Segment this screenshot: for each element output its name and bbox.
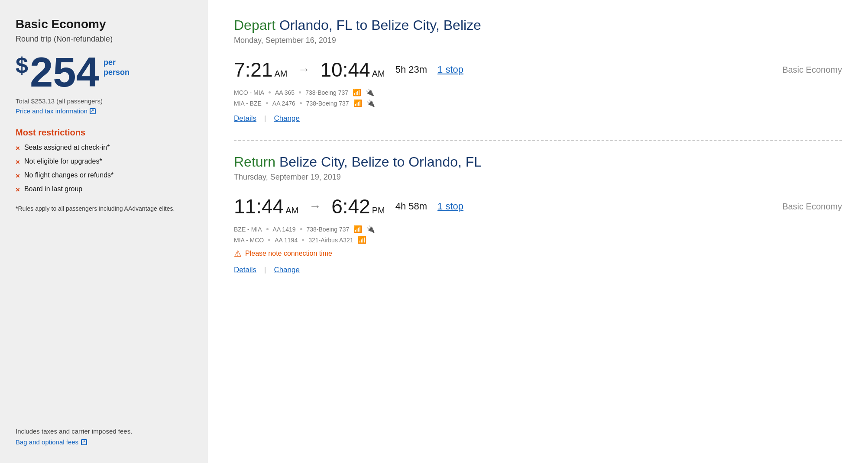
- return-arrive-time-period: PM: [372, 206, 385, 215]
- return-change-link[interactable]: Change: [274, 266, 300, 274]
- depart-seg1-flight: AA 365: [275, 89, 295, 96]
- restriction-item-3: × No flight changes or refunds*: [16, 171, 192, 181]
- depart-section: Depart Orlando, FL to Belize City, Beliz…: [234, 17, 842, 123]
- arrive-time-value: 10:44: [321, 58, 370, 81]
- price-dollar-sign: $: [16, 54, 28, 77]
- return-header: Return Belize City, Belize to Orlando, F…: [234, 154, 842, 170]
- return-fare-class: Basic Economy: [782, 202, 842, 212]
- depart-stops-link[interactable]: 1 stop: [437, 64, 463, 75]
- depart-seg1-power-icon: 🔌: [366, 88, 374, 96]
- right-panel: Depart Orlando, FL to Belize City, Beliz…: [208, 0, 868, 463]
- includes-text: Includes taxes and carrier imposed fees.: [16, 428, 192, 435]
- restriction-text-3: No flight changes or refunds*: [24, 171, 113, 179]
- arrive-time-period: AM: [372, 69, 385, 79]
- return-seg1-power-icon: 🔌: [366, 225, 375, 233]
- restriction-x-4: ×: [16, 185, 20, 195]
- depart-duration: 5h 23m: [395, 64, 427, 75]
- return-section: Return Belize City, Belize to Orlando, F…: [234, 154, 842, 274]
- flight-divider: [234, 140, 842, 141]
- depart-seg2-aircraft: 738-Boeing 737: [306, 100, 349, 107]
- depart-seg2-dot1: [266, 102, 268, 104]
- restriction-x-3: ×: [16, 171, 20, 181]
- return-times-row: 11:44 AM → 6:42 PM 4h 58m 1 stop Basic E…: [234, 195, 842, 218]
- restriction-x-2: ×: [16, 158, 20, 167]
- return-arrow: →: [309, 199, 321, 213]
- return-depart-time-value: 11:44: [234, 195, 284, 218]
- depart-seg1-aircraft: 738-Boeing 737: [305, 89, 348, 96]
- depart-fare-class: Basic Economy: [782, 65, 842, 75]
- return-seg1-dot2: [300, 228, 302, 230]
- return-segment-1: BZE - MIA AA 1419 738-Boeing 737 📶 🔌: [234, 225, 842, 233]
- return-seg1-dot1: [266, 228, 269, 230]
- return-action-separator: |: [264, 266, 266, 274]
- depart-time-period: AM: [275, 69, 288, 79]
- return-depart-time-block: 11:44 AM: [234, 195, 298, 218]
- return-seg1-route: BZE - MIA: [234, 226, 262, 233]
- depart-seg2-power-icon: 🔌: [366, 99, 375, 107]
- restriction-item-1: × Seats assigned at check-in*: [16, 144, 192, 153]
- price-total: Total $253.13 (all passengers): [16, 97, 192, 105]
- trip-type: Round trip (Non-refundable): [16, 35, 192, 44]
- return-segment-2: MIA - MCO AA 1194 321-Airbus A321 📶: [234, 236, 842, 244]
- return-seg2-aircraft: 321-Airbus A321: [308, 237, 353, 244]
- depart-details-link[interactable]: Details: [234, 114, 256, 123]
- depart-time-value: 7:21: [234, 58, 273, 81]
- return-seg1-aircraft: 738-Boeing 737: [307, 226, 350, 233]
- return-arrive-time-value: 6:42: [331, 195, 370, 218]
- depart-route: Orlando, FL to Belize City, Belize: [279, 17, 481, 33]
- restriction-text-1: Seats assigned at check-in*: [24, 144, 110, 151]
- price-tax-link[interactable]: Price and tax information: [16, 107, 192, 115]
- return-seg2-wifi-icon: 📶: [358, 236, 366, 244]
- depart-seg2-dot2: [300, 102, 302, 104]
- return-action-row: Details | Change: [234, 266, 842, 274]
- bag-fees-external-icon: [81, 439, 87, 445]
- depart-label: Depart: [234, 17, 275, 33]
- warning-text: Please note connection time: [245, 250, 332, 257]
- depart-seg1-route: MCO - MIA: [234, 89, 264, 96]
- bag-fees-link[interactable]: Bag and optional fees: [16, 438, 192, 446]
- return-details-link[interactable]: Details: [234, 266, 256, 274]
- return-seg2-route: MIA - MCO: [234, 237, 264, 244]
- restriction-text-4: Board in last group: [24, 185, 82, 193]
- price-row: $ 254 per person: [16, 51, 192, 93]
- return-duration: 4h 58m: [395, 201, 427, 212]
- warning-icon: ⚠: [234, 248, 242, 259]
- price-per-person: per person: [104, 58, 130, 78]
- restrictions-title: Most restrictions: [16, 128, 192, 138]
- restriction-x-1: ×: [16, 144, 20, 153]
- depart-header: Depart Orlando, FL to Belize City, Beliz…: [234, 17, 842, 33]
- depart-segment-1: MCO - MIA AA 365 738-Boeing 737 📶 🔌: [234, 88, 842, 96]
- return-depart-time-period: AM: [285, 206, 298, 215]
- arrive-time-block: 10:44 AM: [321, 58, 385, 81]
- depart-seg1-dot1: [269, 91, 271, 93]
- depart-times-row: 7:21 AM → 10:44 AM 5h 23m 1 stop Basic E…: [234, 58, 842, 81]
- depart-change-link[interactable]: Change: [274, 114, 300, 123]
- return-seg2-dot2: [302, 239, 304, 241]
- return-warning-row: ⚠ Please note connection time: [234, 248, 842, 259]
- depart-seg2-route: MIA - BZE: [234, 100, 262, 107]
- depart-arrow: →: [298, 63, 310, 77]
- return-label: Return: [234, 154, 275, 170]
- return-seg1-flight: AA 1419: [273, 226, 296, 233]
- depart-seg2-wifi-icon: 📶: [353, 99, 362, 107]
- price-amount: 254: [30, 51, 99, 93]
- restriction-item-2: × Not eligible for upgrades*: [16, 158, 192, 167]
- depart-seg1-wifi-icon: 📶: [353, 88, 361, 96]
- return-seg1-wifi-icon: 📶: [353, 225, 362, 233]
- return-arrive-time-block: 6:42 PM: [331, 195, 385, 218]
- return-seg2-flight: AA 1194: [275, 237, 298, 244]
- restriction-note: *Rules apply to all passengers including…: [16, 204, 192, 213]
- depart-seg1-dot2: [299, 91, 301, 93]
- depart-action-row: Details | Change: [234, 114, 842, 123]
- return-seg2-dot1: [268, 239, 270, 241]
- left-panel: Basic Economy Round trip (Non-refundable…: [0, 0, 208, 463]
- depart-segment-2: MIA - BZE AA 2476 738-Boeing 737 📶 🔌: [234, 99, 842, 107]
- return-stops-link[interactable]: 1 stop: [437, 201, 463, 212]
- restriction-item-4: × Board in last group: [16, 185, 192, 195]
- return-date: Thursday, September 19, 2019: [234, 173, 842, 182]
- fare-type: Basic Economy: [16, 17, 192, 31]
- depart-time-block: 7:21 AM: [234, 58, 288, 81]
- external-link-icon: [90, 108, 96, 114]
- restriction-text-2: Not eligible for upgrades*: [24, 158, 102, 165]
- depart-date: Monday, September 16, 2019: [234, 36, 842, 45]
